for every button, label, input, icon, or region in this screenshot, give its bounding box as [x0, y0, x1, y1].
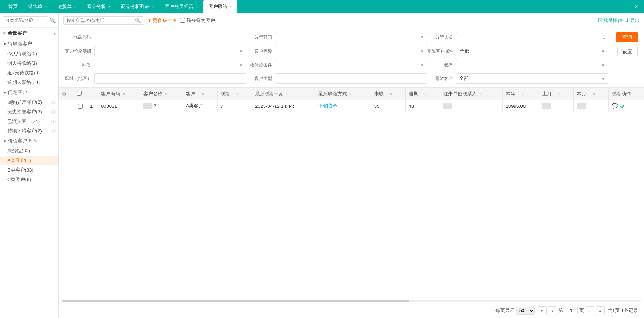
content-area: 🔍 ▼ 更多条件 ▼ 我分管的客户 ☑ 批量操作 ⇓ 导出 [59, 13, 644, 318]
query-button[interactable]: 查询 [616, 32, 638, 42]
sidebar-group-pending[interactable]: ▼ 待联络客户 [0, 39, 58, 49]
td-empty [59, 100, 74, 112]
sidebar-group-problem[interactable]: ▼ 问题客户 [0, 87, 58, 98]
th-last-month[interactable]: 上月... ⇅ [539, 88, 574, 100]
action-chat-icon[interactable]: 💬 [612, 103, 618, 109]
nav-sales-close[interactable]: × [44, 4, 47, 9]
more-conditions-button[interactable]: ▼ 更多条件 ▼ [147, 17, 177, 24]
nav-customer-segment-close[interactable]: × [196, 4, 198, 9]
last-method-link[interactable]: 下销货单 [318, 103, 337, 109]
action-grid-icon[interactable]: ⊛ [620, 103, 625, 109]
settings-button[interactable]: 设置 [617, 47, 638, 57]
th-code[interactable]: 客户编码 ⇅ [98, 88, 140, 100]
sidebar-collapse-icon[interactable]: ‹ [54, 31, 56, 36]
nav-purchase-close[interactable]: × [74, 4, 76, 9]
sidebar-item-unclassified[interactable]: 未分组(32) [0, 146, 58, 156]
filter-cell-retail-attr: 零散客户属性 全部 ▼ [427, 46, 608, 56]
info-icon-1: ⓘ [51, 100, 56, 105]
sidebar-group-value[interactable]: ▼ 价值客户 ↻ ✎ [0, 136, 58, 146]
th-settings[interactable]: ⚙ [59, 88, 74, 100]
select-all-checkbox[interactable] [77, 91, 82, 96]
sidebar-item-abnormal[interactable]: 回购异常客户(2) ⓘ [0, 98, 58, 107]
value-group-edit-icon[interactable]: ✎ [33, 138, 37, 144]
nav-customer-contact-close[interactable]: × [230, 4, 232, 9]
total-records-label: 共1页 1条记录 [608, 307, 638, 314]
nav-sales[interactable]: 销售单 × [23, 0, 52, 13]
nav-home[interactable]: 首页 [3, 0, 23, 13]
filter-search-icon[interactable]: 🔍 [135, 18, 141, 23]
status-input[interactable]: ▼ [456, 60, 608, 70]
sidebar-item-7days[interactable]: 近7天待联络(0) [0, 68, 58, 78]
prev-page-button[interactable]: ‹ [548, 306, 557, 315]
sort-icon-last-method: ⇅ [349, 92, 352, 96]
person-input[interactable]: ... [456, 32, 608, 42]
next-page-button[interactable]: › [586, 306, 594, 315]
th-name[interactable]: 客户名称 ⇅ [140, 88, 183, 100]
region-input[interactable]: ... [94, 73, 246, 84]
customer-type-input[interactable] [275, 73, 427, 84]
nav-customer-contact[interactable]: 客户联络 × [203, 0, 237, 13]
filter-cell-dept: 分管部门 ▼ [246, 32, 427, 42]
th-this-month[interactable]: 本月... ⇅ [574, 88, 608, 100]
per-page-select[interactable]: 50 100 200 [516, 307, 535, 315]
value-group-refresh-icon[interactable]: ↻ [29, 138, 33, 144]
sidebar-item-overdue[interactable]: 逾期未联络(30) [0, 78, 58, 87]
th-last-method[interactable]: 最后联络方式 ⇅ [315, 88, 371, 100]
sidebar-all-customers-header[interactable]: ⠿ 全部客户 ‹ [0, 28, 58, 39]
sidebar-search-input[interactable] [3, 16, 48, 24]
retail-attr-arrow: ▼ [601, 49, 605, 53]
global-close-button[interactable]: × [631, 3, 641, 11]
scrollbar-track[interactable] [62, 300, 641, 302]
customer-level-input[interactable]: ▼ [275, 46, 427, 56]
nav-goods-analysis[interactable]: 商品分析 × [82, 0, 116, 13]
td-contact-person [440, 100, 503, 112]
dept-input[interactable]: ▼ [275, 32, 427, 42]
retail-customer-input[interactable]: 全部 ▼ [456, 73, 608, 84]
sidebar-item-class-b[interactable]: B类客户(33) [0, 165, 58, 175]
price-level-input[interactable]: ▼ [94, 46, 246, 56]
page-number-input[interactable] [565, 307, 578, 314]
sidebar-item-class-c[interactable]: C类客户(6) [0, 175, 58, 184]
info-icon-3: ⓘ [51, 119, 56, 124]
first-page-button[interactable]: « [538, 306, 547, 315]
filter-cell-payment: 收付款条件 ▼ [246, 60, 427, 70]
retail-attr-input[interactable]: 全部 ▼ [457, 46, 608, 56]
nature-input[interactable]: ▼ [94, 60, 246, 70]
sidebar-item-attrition-warning[interactable]: 流失预警客户(3) ⓘ [0, 107, 58, 117]
filter-search-input[interactable] [67, 18, 135, 23]
filter-cell-retail-customer: 零散客户 全部 ▼ [427, 73, 608, 84]
td-last-method[interactable]: 下销货单 [315, 100, 371, 112]
table-settings-gear-icon[interactable]: ⚙ [62, 91, 67, 97]
horizontal-scrollbar[interactable] [59, 298, 644, 303]
payment-input[interactable]: ▼ [275, 60, 427, 70]
sidebar-search-icon[interactable]: 🔍 [50, 18, 56, 23]
th-contact-count[interactable]: 联络... ⇅ [217, 88, 252, 100]
export-button[interactable]: ⇓ 导出 [625, 17, 640, 24]
last-page-button[interactable]: » [596, 306, 605, 315]
sidebar-item-today[interactable]: 今天待联络(0) [0, 49, 58, 59]
row-checkbox[interactable] [78, 104, 83, 109]
sidebar-item-tomorrow[interactable]: 明天待联络(1) [0, 59, 58, 68]
th-type[interactable]: 客户... ⇅ [183, 88, 217, 100]
my-customers-checkbox[interactable] [180, 18, 185, 23]
nav-goods-analysis-close[interactable]: × [108, 4, 111, 9]
filter-cell-price-level: 客户价格等级 ▼ [65, 46, 246, 56]
filter-row-4: 区域（地区） ... 客户类型 零散客户 全部 ▼ [65, 73, 638, 84]
sidebar-item-declining[interactable]: 持续下滑客户(2) ⓘ [0, 126, 58, 136]
th-contact-person[interactable]: 往来单位联系人 ⇅ [440, 88, 503, 100]
th-no-contact[interactable]: 未联... ⇅ [371, 88, 405, 100]
scrollbar-thumb[interactable] [62, 300, 409, 302]
nav-purchase[interactable]: 进货单 × [52, 0, 82, 13]
arrow-down-icon: ▼ [3, 42, 7, 46]
th-this-year[interactable]: 本年... ⇅ [502, 88, 539, 100]
nav-customer-segment[interactable]: 客户分层经营 × [160, 0, 203, 13]
th-overdue[interactable]: 逾期... ⇅ [405, 88, 440, 100]
sidebar-item-lost[interactable]: 已流失客户(24) ⓘ [0, 117, 58, 126]
nav-goods-analysis-list-close[interactable]: × [152, 4, 154, 9]
th-last-date[interactable]: 最后联络日期 ⇅ [252, 88, 315, 100]
sidebar-item-class-a[interactable]: A类客户(1) [0, 156, 58, 165]
batch-ops-button[interactable]: ☑ 批量操作 [598, 17, 622, 24]
filter-row-3: 性质 ▼ 收付款条件 ▼ 状态 ▼ [65, 60, 638, 70]
phone-input[interactable] [94, 32, 246, 42]
nav-goods-analysis-list[interactable]: 商品分析列表 × [116, 0, 160, 13]
